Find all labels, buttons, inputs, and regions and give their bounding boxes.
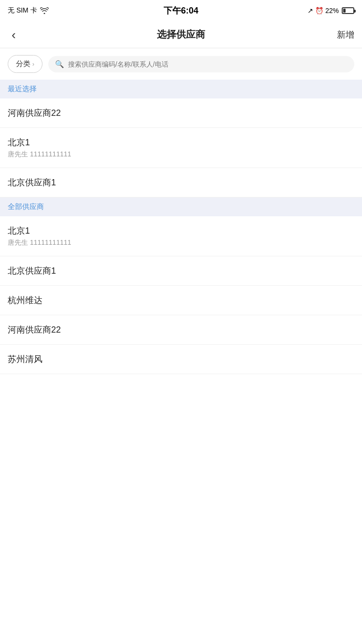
nav-bar: ‹ 选择供应商 新增 (0, 21, 362, 48)
search-box[interactable]: 🔍 (48, 56, 354, 72)
list-item[interactable]: 北京供应商1 (0, 168, 362, 197)
page-title: 选择供应商 (157, 28, 205, 41)
search-input[interactable] (68, 60, 348, 68)
item-sub: 唐先生 11111111111 (8, 238, 354, 247)
filter-bar: 分类 › 🔍 (0, 48, 362, 80)
section-header-text-recent: 最近选择 (8, 84, 37, 93)
item-name: 北京1 (8, 225, 354, 237)
battery-icon (342, 7, 354, 14)
list-item[interactable]: 北京供应商1 (0, 256, 362, 286)
status-time: 下午6:04 (164, 5, 198, 16)
back-button[interactable]: ‹ (8, 27, 20, 43)
status-right: ↗ ⏰ 22% (307, 7, 354, 14)
status-bar: 无 SIM 卡 下午6:04 ↗ ⏰ 22% (0, 0, 362, 21)
item-name: 北京供应商1 (8, 265, 354, 277)
location-icon: ↗ (307, 7, 313, 14)
category-button[interactable]: 分类 › (8, 55, 42, 73)
list-item[interactable]: 河南供应商22 (0, 98, 362, 128)
list-item[interactable]: 北京1唐先生 11111111111 (0, 216, 362, 256)
alarm-icon: ⏰ (315, 7, 323, 14)
category-label: 分类 (16, 59, 30, 69)
section-header-all: 全部供应商 (0, 197, 362, 216)
battery-percentage: 22% (325, 7, 339, 14)
list-item[interactable]: 杭州维达 (0, 286, 362, 315)
item-name: 河南供应商22 (8, 107, 354, 119)
item-name: 河南供应商22 (8, 324, 354, 336)
search-icon: 🔍 (55, 60, 64, 69)
status-left: 无 SIM 卡 (8, 6, 49, 15)
sections-container: 最近选择河南供应商22北京1唐先生 11111111111北京供应商1全部供应商… (0, 80, 362, 374)
item-name: 北京1 (8, 137, 354, 148)
list-item[interactable]: 河南供应商22 (0, 315, 362, 345)
item-name: 北京供应商1 (8, 177, 354, 188)
wifi-icon (40, 7, 49, 14)
list-item[interactable]: 苏州清风 (0, 345, 362, 374)
section-header-text-all: 全部供应商 (8, 202, 44, 210)
section-header-recent: 最近选择 (0, 80, 362, 98)
item-name: 杭州维达 (8, 294, 354, 306)
list-item[interactable]: 北京1唐先生 11111111111 (0, 128, 362, 168)
item-name: 苏州清风 (8, 353, 354, 365)
chevron-right-icon: › (32, 61, 34, 68)
add-button[interactable]: 新增 (337, 29, 354, 41)
sim-label: 无 SIM 卡 (8, 6, 37, 15)
item-sub: 唐先生 11111111111 (8, 150, 354, 159)
